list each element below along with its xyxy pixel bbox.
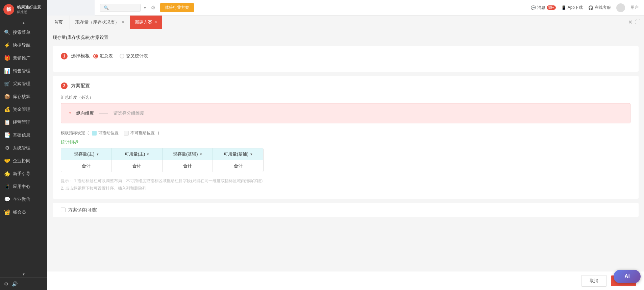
tab-inventory-status[interactable]: 现存量（库存状况表） ✕	[70, 16, 130, 29]
search-icon: 🔍	[4, 29, 10, 35]
sidebar-item-apps[interactable]: 📱 应用中心	[0, 180, 47, 193]
topbar-message[interactable]: 💬 消息 99+	[531, 5, 556, 10]
sidebar-item-corp[interactable]: 🤝 企业协同	[0, 154, 47, 167]
sidebar-item-search-menu[interactable]: 🔍 搜索菜单	[0, 26, 47, 39]
radio-summary-label: 汇总表	[100, 53, 113, 59]
experience-btn[interactable]: 体验行业方案	[160, 3, 194, 12]
tab-new-scheme[interactable]: 新建方案 ✕	[130, 16, 162, 29]
dimension-required-mark: *	[69, 111, 71, 116]
sidebar-item-member[interactable]: 👑 畅会员	[0, 206, 47, 219]
sidebar-item-basic[interactable]: 📑 基础信息	[0, 129, 47, 142]
dimension-placeholder[interactable]: 请选择分组维度	[114, 110, 144, 116]
sidebar-item-finance[interactable]: 💰 资金管理	[0, 103, 47, 116]
step1-title: 选择模板	[71, 53, 90, 59]
sidebar-item-quick-nav[interactable]: ⚡ 快捷导航	[0, 39, 47, 52]
sidebar-nav: 🔍 搜索菜单 ⚡ 快捷导航 🎁 营销推广 📊 销售管理 🛒 采购管理 📦 库存核…	[0, 26, 47, 271]
step1-header: 1 选择模板 汇总表 交叉统计表	[61, 53, 630, 59]
sidebar-item-label: 系统管理	[13, 145, 30, 151]
sidebar-item-guide[interactable]: 🌟 新手引导	[0, 167, 47, 180]
tips-item-1: 提示： 1.拖动标题栏可以调整布局，不可跨维度或指标区域拖动栏目字段(只能在同一…	[61, 177, 630, 185]
tips-label: 提示：	[61, 178, 73, 183]
sidebar-item-label: 库存核算	[13, 94, 30, 100]
chart-icon: 📊	[4, 68, 10, 74]
step1-badge: 1	[61, 53, 68, 59]
sound-icon[interactable]: 🔊	[12, 281, 18, 287]
indicator-label: 模板指标设定（ 可拖动位置 不可拖动位置 ）	[61, 130, 630, 136]
stats-cell-4: 合计	[213, 160, 263, 172]
tab-expand-btn[interactable]: ⛶	[635, 19, 641, 25]
save-option-label: 方案保存(可选)	[68, 207, 98, 213]
stats-cell-1: 合计	[61, 160, 112, 172]
message-icon: 💬	[531, 5, 536, 10]
app-download-label: App下载	[568, 5, 583, 10]
tab-inventory-close[interactable]: ✕	[121, 20, 124, 24]
topbar-gear-icon[interactable]: ⚙	[151, 4, 155, 11]
dimension-label: 汇总维度（必选）	[61, 95, 630, 100]
app-name: 畅康通好生意	[17, 4, 41, 10]
sidebar-item-sales[interactable]: 📊 销售管理	[0, 65, 47, 77]
radio-cross[interactable]: 交叉统计表	[120, 53, 148, 59]
stats-body-row: 合计 合计 合计 合计	[61, 160, 263, 172]
sidebar-item-inventory[interactable]: 📦 库存核算	[0, 90, 47, 103]
stats-col-1-arrow[interactable]: ▾	[97, 152, 99, 156]
settings-icon[interactable]: ⚙	[4, 281, 8, 287]
tab-home-label: 首页	[54, 19, 63, 25]
sidebar-item-label: 企业微信	[13, 196, 30, 202]
main-area: 🔍 ▾ ⚙ 体验行业方案 💬 消息 99+ 📱 App下载 🎧 在线客服 用户	[47, 0, 644, 290]
sidebar-item-marketing[interactable]: 🎁 营销推广	[0, 52, 47, 65]
sidebar-item-business[interactable]: 📋 经营管理	[0, 116, 47, 129]
save-checkbox[interactable]	[61, 208, 66, 212]
stats-col-4-arrow[interactable]: ▾	[250, 152, 252, 156]
sidebar-item-wechat[interactable]: 💬 企业微信	[0, 193, 47, 206]
stats-col-3[interactable]: 现存量(基辅) ▾	[163, 148, 213, 160]
step2-section: 2 方案配置 汇总维度（必选） * 纵向维度 —— 请选择分组维度 模板指标设定…	[53, 76, 639, 199]
clipboard-icon: 📋	[4, 119, 10, 125]
tab-new-label: 新建方案	[135, 19, 152, 25]
sidebar-scroll-down[interactable]: ▼	[0, 271, 47, 277]
legend-fixed-box	[124, 131, 129, 136]
ai-float-button[interactable]: Ai	[614, 270, 641, 283]
stats-col-3-label: 现存量(基辅)	[173, 151, 198, 157]
sidebar-item-purchase[interactable]: 🛒 采购管理	[0, 77, 47, 90]
stats-col-1[interactable]: 现存量(主) ▾	[61, 148, 112, 160]
step2-header: 2 方案配置	[61, 82, 630, 89]
stats-col-4[interactable]: 可用量(基辅) ▾	[213, 148, 263, 160]
app-logo-icon: 畅	[3, 4, 14, 15]
user-avatar[interactable]	[616, 3, 625, 12]
sidebar-item-label: 企业协同	[13, 158, 30, 164]
tab-close-all-btn[interactable]: ✕	[628, 19, 633, 25]
topbar-app-download[interactable]: 📱 App下载	[561, 5, 583, 10]
cancel-button[interactable]: 取消	[581, 275, 607, 287]
indicator-legend: 可拖动位置 不可拖动位置	[92, 130, 155, 136]
sidebar-logo: 畅 畅康通好生意 标准版	[0, 0, 47, 19]
radio-summary[interactable]: 汇总表	[93, 53, 113, 59]
stats-col-4-label: 可用量(基辅)	[224, 151, 249, 157]
sidebar-item-label: 基础信息	[13, 132, 30, 138]
topbar-dropdown-arrow[interactable]: ▾	[144, 5, 146, 10]
stats-cell-2: 合计	[112, 160, 163, 172]
stats-col-3-arrow[interactable]: ▾	[200, 152, 202, 156]
sidebar-item-label: 新手引导	[13, 171, 30, 177]
stats-col-2-arrow[interactable]: ▾	[147, 152, 149, 156]
sidebar-item-label: 资金管理	[13, 106, 30, 113]
money-icon: 💰	[4, 106, 10, 113]
topbar: 🔍 ▾ ⚙ 体验行业方案 💬 消息 99+ 📱 App下载 🎧 在线客服 用户	[95, 0, 644, 16]
topbar-online-service[interactable]: 🎧 在线客服	[588, 5, 611, 10]
dimension-field-label: 纵向维度	[76, 110, 94, 116]
sidebar-item-label: 销售管理	[13, 68, 30, 74]
legend-fixed-text: 不可拖动位置	[130, 130, 155, 136]
tab-inventory-label: 现存量（库存状况表）	[75, 19, 119, 25]
step1-section: 1 选择模板 汇总表 交叉统计表	[53, 46, 639, 72]
sidebar-scroll-up[interactable]: ▲	[0, 19, 47, 26]
crown-icon: 👑	[4, 209, 10, 215]
sidebar-item-system[interactable]: ⚙ 系统管理	[0, 142, 47, 154]
username: 用户	[630, 5, 639, 10]
topbar-search[interactable]: 🔍	[100, 4, 141, 12]
tab-home[interactable]: 首页	[47, 16, 70, 29]
stats-col-2-label: 可用量(主)	[125, 151, 145, 157]
stats-col-2[interactable]: 可用量(主) ▾	[112, 148, 163, 160]
tab-new-close[interactable]: ✕	[154, 20, 157, 24]
sidebar-item-label: 应用中心	[13, 184, 30, 190]
stats-cell-3: 合计	[163, 160, 213, 172]
document-icon: 📑	[4, 132, 10, 138]
